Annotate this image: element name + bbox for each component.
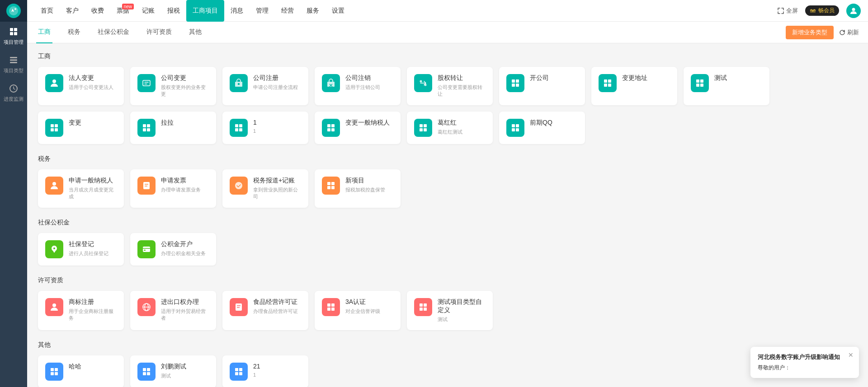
svg-rect-61: [327, 182, 330, 185]
biz-cards-grid: 法人变更 适用于公司变更法人 公司变更 股权变更外的业务变更 公司注册: [38, 67, 857, 144]
svg-rect-40: [235, 124, 238, 127]
svg-rect-55: [516, 128, 519, 131]
card-fund-account[interactable]: 公积金开户 办理公积金相关业务: [130, 233, 216, 266]
card-open-company[interactable]: 开公司: [499, 67, 585, 105]
card-gohong[interactable]: 葛红红 葛红红测试: [407, 112, 493, 144]
one-icon: [230, 119, 248, 137]
logo-icon: [6, 4, 21, 18]
svg-rect-38: [143, 128, 146, 131]
svg-rect-53: [516, 124, 519, 127]
card-trademark[interactable]: 商标注册 用于企业商标注册服务: [38, 291, 124, 330]
lala-icon: [137, 119, 156, 137]
svg-rect-43: [239, 128, 242, 131]
nav-bizwork[interactable]: 工商项目: [186, 0, 224, 22]
nav-customer[interactable]: 客户: [60, 0, 85, 22]
card-twenty-one[interactable]: 21 1: [222, 355, 308, 387]
haha-text: 哈哈: [69, 363, 117, 373]
card-tax-accounting[interactable]: 税务报道+记账 拿到营业执照的新公司: [222, 169, 308, 208]
svg-point-0: [14, 8, 16, 10]
card-lala[interactable]: 拉拉: [130, 112, 216, 144]
card-legal-change[interactable]: 法人变更 适用于公司变更法人: [38, 67, 124, 105]
sidebar-item-progress[interactable]: 进度监测: [0, 79, 27, 107]
svg-rect-77: [331, 308, 335, 311]
card-3a-cert[interactable]: 3A认证 对企业信誉评级: [315, 291, 401, 330]
card-company-cancel[interactable]: 公司注销 适用于注销公司: [315, 67, 401, 105]
svg-rect-25: [608, 79, 611, 83]
nav-service[interactable]: 服务: [300, 0, 326, 22]
svg-rect-45: [331, 124, 335, 127]
svg-point-19: [425, 84, 427, 86]
svg-rect-2: [14, 28, 17, 31]
tab-biz[interactable]: 工商: [36, 22, 52, 43]
3a-cert-text: 3A认证 对企业信誉评级: [345, 298, 393, 315]
sub-tabs: 工商 税务 社保公积金 许可资质 其他 新增业务类型 刷新: [27, 22, 868, 43]
card-change-address[interactable]: 变更地址: [591, 67, 677, 105]
sidebar-logo: [0, 0, 27, 22]
svg-rect-83: [55, 368, 58, 371]
nav-settings[interactable]: 设置: [326, 0, 351, 22]
nav-operation[interactable]: 经营: [275, 0, 300, 22]
card-pre-qq[interactable]: 前期QQ: [499, 112, 585, 144]
3a-cert-title: 3A认证: [345, 298, 393, 306]
svg-rect-86: [143, 368, 146, 371]
svg-point-65: [53, 247, 55, 249]
tab-other[interactable]: 其他: [187, 22, 203, 43]
card-import-export[interactable]: 进出口权办理 适用于对外贸易经营者: [130, 291, 216, 330]
change-taxpayer-title: 变更一般纳税人: [345, 119, 393, 127]
card-change-taxpayer[interactable]: 变更一般纳税人: [315, 112, 401, 144]
nav-admin[interactable]: 管理: [250, 0, 275, 22]
card-apply-invoice[interactable]: 申请发票 办理申请发票业务: [130, 169, 216, 208]
vip-button[interactable]: 畅会员: [805, 5, 839, 16]
one-title: 1: [253, 119, 301, 126]
notification-content: 尊敬的用户：: [758, 364, 852, 372]
sidebar-item-project-mgmt[interactable]: 项目管理: [0, 22, 27, 50]
project-type-icon: [8, 55, 19, 65]
content-area: 工商 法人变更 适用于公司变更法人 公司变更 股权变更外的业务变更: [27, 43, 868, 387]
card-liupeng-test[interactable]: 刘鹏测试 测试: [130, 355, 216, 387]
haha-icon: [45, 363, 63, 381]
avatar[interactable]: [846, 4, 861, 18]
svg-rect-84: [51, 372, 54, 375]
svg-point-56: [52, 182, 56, 186]
fullscreen-btn[interactable]: 全屏: [777, 7, 798, 15]
tab-social[interactable]: 社保公积金: [96, 22, 131, 43]
card-company-change[interactable]: 公司变更 股权变更外的业务变更: [130, 67, 216, 105]
food-license-text: 食品经营许可证 办理食品经营许可证: [253, 298, 301, 315]
open-company-icon: [506, 74, 524, 92]
notification-close-button[interactable]: ✕: [848, 351, 854, 359]
nav-home[interactable]: 首页: [34, 0, 60, 22]
card-equity-transfer[interactable]: 股权转让 公司变更需要股权转让: [407, 67, 493, 105]
nav-accounting[interactable]: 记账: [136, 0, 161, 22]
gohong-desc: 葛红红测试: [438, 129, 486, 135]
change-title: 变更: [69, 119, 117, 127]
refresh-button[interactable]: 刷新: [839, 28, 859, 37]
tab-license[interactable]: 许可资质: [145, 22, 174, 43]
card-company-reg[interactable]: 公司注册 申请公司注册全流程: [222, 67, 308, 105]
import-export-desc: 适用于对外贸易经营者: [161, 308, 209, 322]
svg-rect-31: [700, 84, 703, 87]
sidebar-item-project-type[interactable]: 项目类型: [0, 50, 27, 79]
new-type-button[interactable]: 新增业务类型: [786, 26, 834, 39]
card-apply-taxpayer[interactable]: 申请一般纳税人 当月或次月成变更完成: [38, 169, 124, 208]
nav-billing[interactable]: 收费: [85, 0, 110, 22]
card-one[interactable]: 1 1: [222, 112, 308, 144]
tab-tax[interactable]: 税务: [66, 22, 82, 43]
nav-message[interactable]: 消息: [224, 0, 250, 22]
section-license-title: 许可资质: [38, 276, 857, 284]
card-new-project[interactable]: 新项目 报税加税控盘保管: [315, 169, 401, 208]
card-haha[interactable]: 哈哈: [38, 355, 124, 387]
nav-invoice[interactable]: 票据 new: [110, 0, 136, 22]
card-food-license[interactable]: 食品经营许可证 办理食品经营许可证: [222, 291, 308, 330]
card-test[interactable]: 测试: [684, 67, 769, 105]
nav-tax[interactable]: 报税: [161, 0, 186, 22]
import-export-text: 进出口权办理 适用于对外贸易经营者: [161, 298, 209, 322]
gohong-title: 葛红红: [438, 119, 486, 127]
card-social-reg[interactable]: 社保登记 进行人员社保登记: [38, 233, 124, 266]
svg-rect-62: [331, 182, 335, 185]
food-license-title: 食品经营许可证: [253, 298, 301, 306]
change-address-title: 变更地址: [622, 74, 670, 82]
card-change[interactable]: 变更: [38, 112, 124, 144]
svg-rect-78: [420, 303, 423, 307]
card-test-type[interactable]: 测试项目类型自定义 测试: [407, 291, 493, 330]
test-icon: [691, 74, 709, 92]
